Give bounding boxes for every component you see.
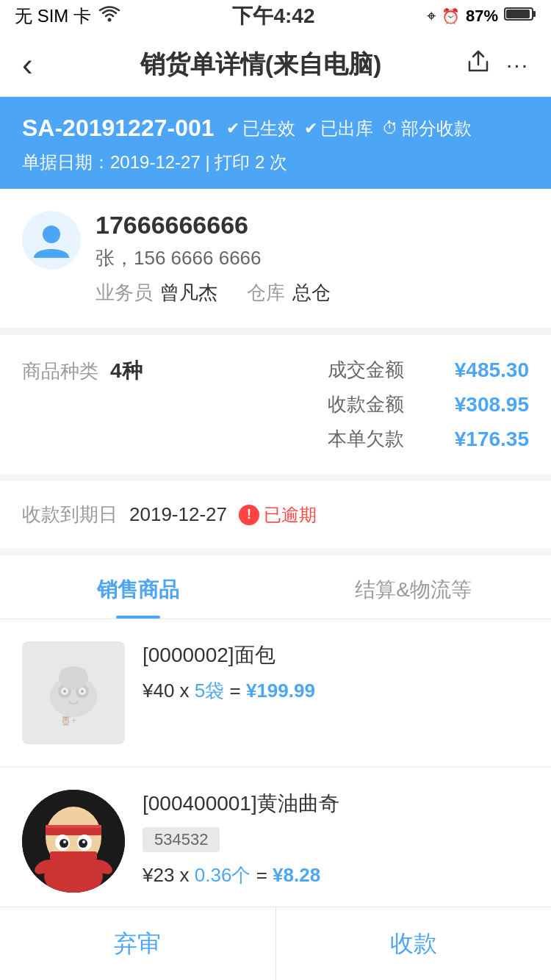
discard-button[interactable]: 弃审 [0, 907, 276, 980]
due-date-section: 收款到期日 2019-12-27 ! 已逾期 [0, 481, 551, 555]
eq-bread: = [230, 680, 246, 702]
svg-text:🦉+: 🦉+ [60, 715, 76, 726]
svg-rect-17 [46, 825, 101, 828]
nav-bar: ‹ 销货单详情(来自电脑) ··· [0, 32, 551, 97]
total-cookie: ¥8.28 [273, 864, 320, 886]
clock-icon: ⏱ [382, 119, 398, 138]
due-date-label: 收款到期日 [22, 502, 118, 527]
price-bread: ¥40 x [143, 680, 195, 702]
avatar [22, 211, 81, 270]
more-icon[interactable]: ··· [506, 52, 529, 77]
svg-rect-2 [533, 11, 536, 17]
order-id: SA-20191227-001 [22, 115, 215, 142]
wifi-icon [98, 6, 120, 26]
back-button[interactable]: ‹ [22, 46, 66, 83]
overdue-text: 已逾期 [264, 503, 317, 527]
product-details-bread: [0000002]面包 ¥40 x 5袋 = ¥199.99 [143, 641, 529, 704]
customer-section: 17666666666 张，156 6666 6666 业务员 曾凡杰 仓库 总… [0, 189, 551, 335]
status-badge-effected: ✔ 已生效 [226, 117, 295, 140]
warehouse-label: 仓库 [247, 280, 285, 306]
check-icon-1: ✔ [226, 119, 240, 138]
summary-section: 商品种类 4种 成交金额 ¥485.30 收款金额 ¥308.95 本单欠款 ¥… [0, 335, 551, 481]
received-label: 收款金额 [328, 392, 404, 417]
overdue-icon: ! [239, 505, 259, 525]
location-icon: ⌖ [427, 7, 436, 26]
warehouse-info: 仓库 总仓 [247, 280, 331, 306]
product-price-bread: ¥40 x 5袋 = ¥199.99 [143, 678, 529, 704]
svg-rect-3 [506, 10, 530, 18]
trading-amount-row: 成交金额 ¥485.30 [328, 357, 529, 383]
carrier-text: 无 SIM 卡 [15, 4, 91, 28]
time-display: 下午4:42 [232, 2, 314, 30]
total-bread: ¥199.99 [246, 680, 315, 702]
product-name-bread: [0000002]面包 [143, 641, 529, 669]
received-value: ¥308.95 [426, 393, 529, 417]
battery-text: 87% [466, 7, 498, 26]
status-left: 无 SIM 卡 [15, 4, 120, 28]
product-thumb-cookie [22, 790, 125, 893]
due-date-value: 2019-12-27 [129, 503, 227, 526]
received-amount-row: 收款金额 ¥308.95 [328, 392, 529, 417]
overdue-badge: ! 已逾期 [239, 503, 317, 527]
debt-value: ¥176.35 [426, 428, 529, 451]
doc-date: 单据日期：2019-12-27 | 打印 2 次 [22, 151, 529, 174]
svg-point-4 [43, 226, 60, 243]
collect-payment-button[interactable]: 收款 [276, 907, 552, 980]
nav-actions: ··· [455, 48, 529, 80]
customer-phone: 张，156 6666 6666 [96, 245, 529, 271]
product-price-cookie: ¥23 x 0.36个 = ¥8.28 [143, 862, 529, 888]
warehouse-name: 总仓 [292, 280, 331, 306]
customer-id: 17666666666 [96, 211, 529, 239]
svg-point-23 [82, 840, 85, 843]
alarm-icon: ⏰ [442, 7, 460, 25]
product-type-label: 商品种类 [22, 359, 98, 384]
svg-point-20 [60, 839, 68, 848]
product-count: 商品种类 4种 [22, 357, 143, 385]
sales-label: 业务员 [96, 280, 153, 306]
amount-summary: 成交金额 ¥485.30 收款金额 ¥308.95 本单欠款 ¥176.35 [328, 357, 529, 452]
sales-info: 业务员 曾凡杰 [96, 280, 217, 306]
status-badge-partial: ⏱ 部分收款 [382, 117, 472, 140]
action-bar: 弃审 收款 [0, 907, 551, 980]
header-top-row: SA-20191227-001 ✔ 已生效 ✔ 已出库 ⏱ 部分收款 [22, 115, 529, 142]
product-type-value: 4种 [110, 357, 143, 385]
product-item-cookie: [000400001]黄油曲奇 534532 ¥23 x 0.36个 = ¥8.… [0, 768, 551, 915]
status-badges: ✔ 已生效 ✔ 已出库 ⏱ 部分收款 [226, 117, 472, 140]
product-thumb-bread: 🦉+ [22, 641, 125, 744]
product-item: 🦉+ [0000002]面包 ¥40 x 5袋 = ¥199.99 [0, 619, 551, 766]
share-icon[interactable] [465, 48, 491, 80]
sales-name: 曾凡杰 [160, 280, 217, 306]
qty-cookie: 0.36个 [195, 864, 251, 886]
check-icon-2: ✔ [304, 119, 317, 138]
svg-point-11 [81, 690, 84, 693]
page-title: 销货单详情(来自电脑) [66, 48, 455, 82]
battery-icon [504, 6, 536, 26]
price-cookie: ¥23 x [143, 864, 195, 886]
product-sku-cookie: 534532 [143, 827, 220, 852]
trading-value: ¥485.30 [426, 359, 529, 382]
products-list: 🦉+ [0000002]面包 ¥40 x 5袋 = ¥199.99 [0, 619, 551, 915]
product-name-cookie: [000400001]黄油曲奇 [143, 790, 529, 818]
qty-bread: 5袋 [195, 680, 224, 702]
svg-point-0 [108, 18, 112, 22]
tabs-section: 销售商品 结算&物流等 [0, 555, 551, 619]
status-right: ⌖ ⏰ 87% [427, 6, 536, 26]
tab-sales-products[interactable]: 销售商品 [0, 555, 276, 619]
customer-meta: 业务员 曾凡杰 仓库 总仓 [96, 280, 529, 306]
content-scroll: SA-20191227-001 ✔ 已生效 ✔ 已出库 ⏱ 部分收款 单据日期：… [0, 97, 551, 980]
svg-point-10 [63, 690, 66, 693]
status-badge-shipped: ✔ 已出库 [304, 117, 373, 140]
product-details-cookie: [000400001]黄油曲奇 534532 ¥23 x 0.36个 = ¥8.… [143, 790, 529, 888]
debt-label: 本单欠款 [328, 426, 404, 452]
svg-point-21 [79, 839, 87, 848]
debt-amount-row: 本单欠款 ¥176.35 [328, 426, 529, 452]
tab-settlement-logistics[interactable]: 结算&物流等 [276, 555, 551, 619]
svg-point-22 [63, 840, 66, 843]
customer-info: 17666666666 张，156 6666 6666 业务员 曾凡杰 仓库 总… [96, 211, 529, 306]
status-bar: 无 SIM 卡 下午4:42 ⌖ ⏰ 87% [0, 0, 551, 32]
eq-cookie: = [256, 864, 273, 886]
order-header-banner: SA-20191227-001 ✔ 已生效 ✔ 已出库 ⏱ 部分收款 单据日期：… [0, 97, 551, 189]
trading-label: 成交金额 [328, 357, 404, 383]
